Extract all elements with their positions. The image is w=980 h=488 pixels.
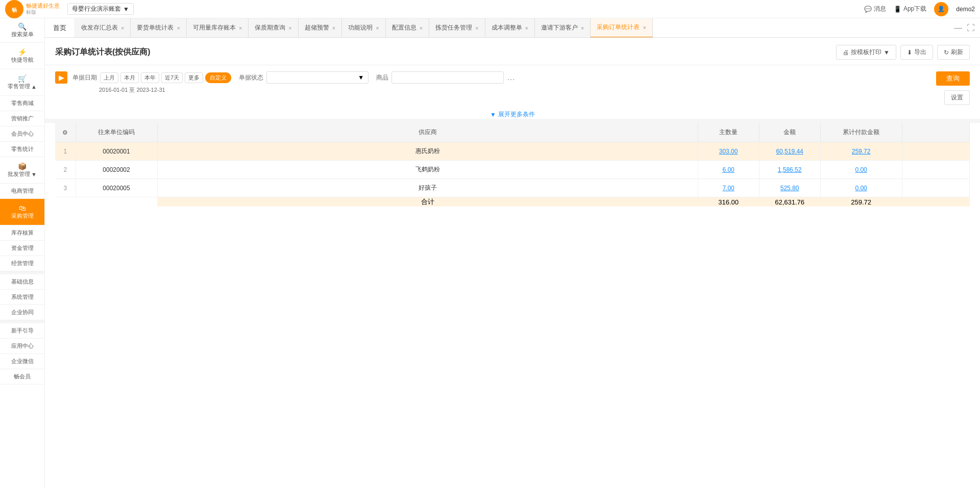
search-icon: 🔍	[3, 22, 42, 31]
status-select[interactable]: ▼	[266, 71, 369, 84]
sidebar-item-appcenter[interactable]: 应用中心	[0, 339, 44, 354]
tab-keyong[interactable]: 可用量库存账本 ×	[187, 18, 249, 38]
date-btn-last-month[interactable]: 上月	[100, 72, 118, 83]
query-btn[interactable]: 查询	[936, 71, 970, 86]
tab-gongneng[interactable]: 功能说明 ×	[342, 18, 385, 38]
th-paid: 累计付款金额	[820, 123, 902, 142]
sidebar-item-enterprise[interactable]: 企业协同	[0, 305, 44, 320]
message-icon: 💬	[864, 6, 872, 13]
date-btn-this-month[interactable]: 本月	[120, 72, 139, 83]
date-filter: 单据日期 上月 本月 本年 近7天 更多 自定义	[72, 72, 231, 83]
sidebar-item-retail-mall[interactable]: 零售商城	[0, 96, 44, 111]
sidebar-item-search[interactable]: 🔍 搜索菜单	[0, 18, 44, 43]
tab-chengben[interactable]: 成本调整单 ×	[485, 18, 535, 38]
sidebar-item-vip[interactable]: 畅会员	[0, 369, 44, 384]
tab-close-yaoqing[interactable]: ×	[581, 25, 584, 31]
tab-close-peizhi[interactable]: ×	[420, 25, 423, 31]
th-amount: 金额	[759, 123, 820, 142]
page-header: 采购订单统计表(按供应商) 🖨 按模板打印 ▼ ⬇ 导出 ↻	[45, 38, 980, 65]
filter-toggle-btn[interactable]: ▶	[55, 71, 67, 84]
data-table: ⚙ 往来单位编码 供应商 主数量 金额 累计付款金额	[55, 123, 970, 207]
sidebar-item-member[interactable]: 会员中心	[0, 126, 44, 142]
tab-close-caigou[interactable]: ×	[643, 24, 646, 31]
sidebar-item-retail-stat[interactable]: 零售统计	[0, 142, 44, 157]
expand-icon: ▼	[490, 111, 496, 118]
messages-btn[interactable]: 💬 消息	[864, 5, 886, 13]
app-download-btn[interactable]: 📱 App下载	[894, 5, 926, 13]
sidebar-item-operation[interactable]: 经营管理	[0, 256, 44, 271]
th-settings: ⚙	[55, 123, 76, 142]
user-avatar[interactable]: 👤	[934, 2, 948, 16]
table-row[interactable]: 2 00020002 飞鹤奶粉 6.00 1,586.52 0.00	[55, 161, 970, 179]
settings-btn[interactable]: 设置	[944, 90, 970, 105]
main-area: 🔍 搜索菜单 ⚡ 快捷导航 🛒 零售管理▲ 零售商城 营销推广 会员中心 零售统…	[0, 18, 980, 488]
tab-home[interactable]: 首页	[45, 18, 75, 38]
template-print-btn[interactable]: 🖨 按模板打印 ▼	[836, 45, 896, 60]
tab-close-chengben[interactable]: ×	[525, 25, 528, 31]
tab-shoufa[interactable]: 收发存汇总表 ×	[75, 18, 131, 38]
refresh-btn[interactable]: ↻ 刷新	[937, 45, 970, 60]
expand-more-btn[interactable]: ▼ 展开更多条件	[55, 110, 970, 119]
sidebar-item-retail[interactable]: 🛒 零售管理▲	[0, 69, 44, 96]
tab-close-gongneng[interactable]: ×	[376, 25, 379, 31]
export-btn[interactable]: ⬇ 导出	[900, 45, 933, 60]
date-btn-this-year[interactable]: 本年	[141, 72, 159, 83]
table-area: ⚙ 往来单位编码 供应商 主数量 金额 累计付款金额	[45, 123, 980, 207]
column-settings-icon[interactable]: ⚙	[62, 129, 68, 136]
footer-label: 合计	[157, 197, 698, 207]
goods-input[interactable]	[391, 71, 504, 84]
logo-text: 畅捷通好生意 标版	[26, 3, 60, 15]
row-supplier: 好孩子	[157, 179, 698, 197]
sidebar-item-marketing[interactable]: 营销推广	[0, 111, 44, 126]
tab-caigou[interactable]: 采购订单统计表 ×	[591, 18, 652, 38]
table-row[interactable]: 1 00020001 惠氏奶粉 303.00 60,519.44 259.72	[55, 142, 970, 161]
sidebar-item-wholesale[interactable]: 📦 批发管理▼	[0, 157, 44, 184]
sidebar-item-corpwx[interactable]: 企业微信	[0, 354, 44, 369]
row-amount: 60,519.44	[759, 142, 820, 161]
date-btn-more[interactable]: 更多	[185, 72, 203, 83]
row-code: 00020005	[76, 179, 157, 197]
retail-icon: 🛒	[3, 74, 42, 83]
svg-text:畅: 畅	[12, 7, 17, 13]
workspace-selector[interactable]: 母婴行业演示账套 ▼	[67, 3, 134, 15]
footer-extra	[902, 197, 969, 207]
tab-chaocheng[interactable]: 超储预警 ×	[299, 18, 342, 38]
date-btn-custom[interactable]: 自定义	[205, 72, 231, 83]
tab-close-chaocheng[interactable]: ×	[332, 25, 335, 31]
sidebar-item-purchase[interactable]: 🛍 采购管理	[0, 199, 44, 225]
tab-close-yaohuo[interactable]: ×	[177, 25, 180, 31]
goods-label: 商品	[376, 73, 388, 82]
tab-minimize-btn[interactable]: —	[953, 22, 963, 34]
tab-close-keyong[interactable]: ×	[239, 25, 242, 31]
sidebar-item-ecommerce[interactable]: 电商管理	[0, 184, 44, 199]
date-shortcuts: 上月 本月 本年 近7天 更多 自定义	[100, 72, 231, 83]
goods-more-icon[interactable]: …	[507, 73, 515, 82]
th-supplier: 供应商	[157, 123, 698, 142]
quick-nav-icon: ⚡	[3, 48, 42, 56]
sidebar-item-basic[interactable]: 基础信息	[0, 274, 44, 290]
toggle-arrow-icon: ▶	[59, 73, 64, 82]
username[interactable]: demo2	[956, 6, 975, 13]
sidebar-item-finance[interactable]: 资金管理	[0, 241, 44, 256]
tab-baozhi[interactable]: 保质期查询 ×	[249, 18, 298, 38]
row-code: 00020001	[76, 142, 157, 161]
tab-expand-btn[interactable]: ⛶	[966, 22, 976, 34]
sidebar-item-quick[interactable]: ⚡ 快捷导航	[0, 43, 44, 69]
export-icon: ⬇	[907, 49, 912, 56]
tab-bar: 首页 收发存汇总表 × 要货单统计表 × 可用量库存账本 × 保质期查询 ×	[45, 18, 980, 38]
tab-jian[interactable]: 拣货任务管理 ×	[429, 18, 485, 38]
tab-close-jian[interactable]: ×	[475, 25, 478, 31]
tab-peizhi[interactable]: 配置信息 ×	[386, 18, 429, 38]
row-amount: 525.80	[759, 179, 820, 197]
tab-close-baozhi[interactable]: ×	[288, 25, 291, 31]
sidebar-item-newguide[interactable]: 新手引导	[0, 323, 44, 339]
sidebar-item-inventory[interactable]: 库存核算	[0, 225, 44, 241]
content-area: 首页 收发存汇总表 × 要货单统计表 × 可用量库存账本 × 保质期查询 ×	[45, 18, 980, 488]
tab-yaohuo[interactable]: 要货单统计表 ×	[131, 18, 186, 38]
table-row[interactable]: 3 00020005 好孩子 7.00 525.80 0.00	[55, 179, 970, 197]
date-btn-7days[interactable]: 近7天	[161, 72, 183, 83]
sidebar-item-system[interactable]: 系统管理	[0, 290, 44, 305]
tab-close-shoufa[interactable]: ×	[121, 25, 124, 31]
dropdown-arrow-icon: ▼	[884, 49, 890, 56]
tab-yaoqing[interactable]: 邀请下游客户 ×	[535, 18, 591, 38]
